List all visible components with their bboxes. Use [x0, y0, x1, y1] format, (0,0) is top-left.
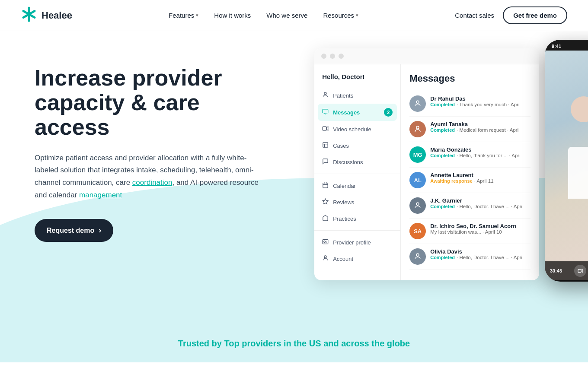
message-preview: Completed· Thank you very much · Apri: [430, 102, 530, 107]
message-avatar: SA: [409, 223, 426, 239]
sidebar-item-account[interactable]: Account: [314, 251, 400, 267]
svg-marker-18: [581, 270, 582, 273]
message-item[interactable]: J.K. GarnierCompleted· Hello, Doctor. I …: [409, 193, 530, 219]
nav-features[interactable]: Features ▾: [169, 12, 198, 19]
sidebar-item-provider-profile[interactable]: Provider profile: [314, 234, 400, 251]
patients-icon: [322, 92, 329, 99]
titlebar-dot-2: [330, 54, 335, 59]
message-avatar: [409, 197, 426, 214]
message-content: Ayumi TanakaCompleted· Medical form requ…: [430, 121, 530, 133]
message-avatar: MG: [409, 146, 426, 163]
hero-description: Optimize patient access and provider all…: [35, 152, 259, 202]
svg-point-12: [324, 256, 326, 258]
sidebar-item-discussions[interactable]: Discussions: [314, 154, 400, 170]
message-item[interactable]: MGMaria GonzalesCompleted· Hello, thank …: [409, 142, 530, 168]
discussions-icon: [322, 158, 329, 166]
arrow-right-icon: ›: [99, 226, 101, 235]
message-item[interactable]: Olivia DavisCompleted· Hello, Doctor. I …: [409, 244, 530, 270]
phone-time: 9:41: [552, 44, 561, 49]
message-preview: My last visitation was... · April 10: [430, 229, 530, 235]
titlebar-dot-3: [339, 54, 344, 59]
calendar-icon: [322, 182, 329, 190]
message-item[interactable]: SADr. Ichiro Seo, Dr. Samuel AcornMy las…: [409, 219, 530, 244]
nav-how-it-works[interactable]: How it works: [214, 12, 251, 19]
sidebar-item-reviews[interactable]: Reviews: [314, 194, 400, 210]
message-content: Annette LaurentAwaiting response· April …: [430, 172, 530, 184]
logo-icon: [21, 6, 37, 25]
message-avatar: [409, 248, 426, 265]
message-name: J.K. Garnier: [430, 197, 530, 204]
nav-resources[interactable]: Resources ▾: [323, 12, 358, 19]
titlebar-dot-1: [321, 54, 326, 59]
message-preview: Awaiting response· April 11: [430, 178, 530, 184]
sidebar-item-messages[interactable]: Messages 2: [318, 104, 397, 121]
account-icon: [322, 255, 329, 263]
phone-content: 30:45: [545, 51, 588, 280]
contact-sales-link[interactable]: Contact sales: [455, 12, 494, 19]
sidebar-item-cases[interactable]: Cases: [314, 137, 400, 154]
message-item[interactable]: Ayumi TanakaCompleted· Medical form requ…: [409, 117, 530, 142]
sidebar-item-video-schedule[interactable]: Video schedule: [314, 121, 400, 137]
phone-controls-bar: 30:45: [545, 261, 588, 280]
message-name: Maria Gonzales: [430, 146, 530, 153]
sidebar-item-patients[interactable]: Patients: [314, 87, 400, 104]
nav-who-we-serve[interactable]: Who we serve: [266, 12, 307, 19]
chevron-down-icon: ▾: [356, 13, 358, 18]
navigation: Healee Features ▾ How it works Who we se…: [0, 0, 588, 31]
sidebar-divider: [314, 174, 400, 174]
titlebar: [314, 48, 539, 64]
coordination-link[interactable]: coordination: [132, 178, 173, 187]
hero-left: Increase provider capacity & care access…: [0, 31, 306, 268]
doctor-image: [545, 51, 588, 280]
message-preview: Completed· Hello, thank you for ... · Ap…: [430, 153, 530, 158]
brand-name: Healee: [42, 10, 72, 21]
svg-point-3: [324, 92, 326, 95]
message-avatar: [409, 121, 426, 137]
message-preview: Completed· Medical form request · Apri: [430, 127, 530, 133]
management-link[interactable]: management: [79, 191, 122, 199]
sidebar-item-practices[interactable]: Practices: [314, 210, 400, 227]
message-name: Ayumi Tanaka: [430, 121, 530, 127]
message-name: Dr. Ichiro Seo, Dr. Samuel Acorn: [430, 223, 530, 229]
message-avatar: AL: [409, 172, 426, 188]
svg-point-16: [416, 254, 419, 256]
sidebar-divider-2: [314, 230, 400, 231]
video-icon: [322, 125, 329, 133]
messages-title: Messages: [409, 73, 530, 84]
greeting: Hello, Doctor!: [314, 73, 400, 87]
dashboard-inner: Hello, Doctor! Patients Messages 2: [314, 64, 539, 280]
doctor-head: [571, 96, 588, 122]
svg-point-11: [324, 241, 326, 243]
dashboard-card: Hello, Doctor! Patients Messages 2: [314, 48, 539, 280]
svg-rect-5: [323, 127, 326, 130]
sidebar-item-calendar[interactable]: Calendar: [314, 178, 400, 194]
logo[interactable]: Healee: [21, 6, 72, 25]
svg-rect-17: [578, 270, 581, 273]
camera-off-button[interactable]: [574, 265, 586, 277]
hero-right: Hello, Doctor! Patients Messages 2: [306, 31, 588, 280]
message-content: Maria GonzalesCompleted· Hello, thank yo…: [430, 146, 530, 158]
messages-pane: Messages Dr Rahul DasCompleted· Thank yo…: [401, 64, 539, 280]
message-item[interactable]: Dr Rahul DasCompleted· Thank you very mu…: [409, 91, 530, 117]
message-avatar: [409, 95, 426, 112]
message-name: Annette Laurent: [430, 172, 530, 178]
call-timer: 30:45: [550, 268, 562, 273]
request-demo-button[interactable]: Request demo ›: [35, 219, 113, 242]
get-free-demo-button[interactable]: Get free demo: [503, 6, 567, 24]
message-item[interactable]: ALAnnette LaurentAwaiting response· Apri…: [409, 168, 530, 193]
svg-point-15: [416, 203, 419, 205]
message-preview: Completed· Hello, Doctor. I have ... · A…: [430, 255, 530, 260]
message-content: Olivia DavisCompleted· Hello, Doctor. I …: [430, 248, 530, 260]
phone-mockup: 9:41 ▮▮▮ 30:45: [545, 40, 588, 282]
svg-point-14: [416, 126, 419, 129]
svg-rect-8: [323, 183, 328, 188]
message-preview: Completed· Hello, Doctor. I have ... · A…: [430, 204, 530, 209]
phone-statusbar: 9:41 ▮▮▮: [545, 40, 588, 51]
provider-icon: [322, 238, 329, 246]
call-controls: [574, 265, 588, 277]
message-content: Dr Rahul DasCompleted· Thank you very mu…: [430, 95, 530, 107]
practices-icon: [322, 215, 329, 222]
svg-marker-9: [323, 199, 328, 204]
chevron-down-icon: ▾: [196, 13, 198, 18]
message-content: Dr. Ichiro Seo, Dr. Samuel AcornMy last …: [430, 223, 530, 235]
